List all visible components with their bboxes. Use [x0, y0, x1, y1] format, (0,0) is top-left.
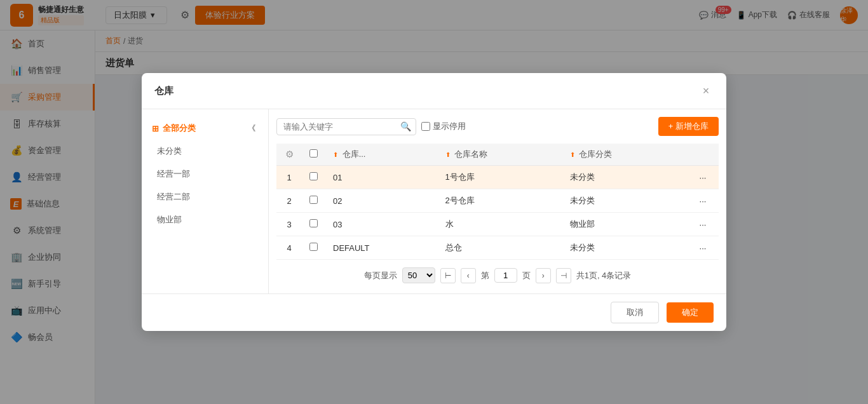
table-panel: 🔍 显示停用 + 新增仓库 ⚙ [269, 109, 726, 293]
prev-page-button[interactable]: ‹ [461, 268, 476, 283]
last-page-button[interactable]: ⊣ [556, 268, 571, 283]
first-page-button[interactable]: ⊢ [440, 268, 456, 283]
table-container: ⚙ ⬆ 仓库... ⬆ [276, 144, 719, 260]
row-name: 总仓 [438, 236, 562, 260]
sort-icon: ⬆ [333, 151, 338, 158]
row-index: 4 [276, 236, 302, 260]
row-more[interactable]: ··· [687, 189, 719, 213]
row-checkbox[interactable] [302, 236, 325, 260]
row-name: 2号仓库 [438, 189, 562, 213]
show-disabled-checkbox[interactable] [421, 122, 430, 131]
category-header: ⊞ 全部分类 《 [142, 117, 268, 140]
row-code: 02 [325, 189, 438, 213]
row-name: 水 [438, 213, 562, 236]
row-category: 未分类 [562, 189, 687, 213]
search-wrap: 🔍 [276, 118, 416, 135]
row-category: 未分类 [562, 166, 687, 189]
row-more[interactable]: ··· [687, 236, 719, 260]
category-item-property[interactable]: 物业部 [142, 208, 268, 231]
show-disabled-label: 显示停用 [421, 121, 466, 132]
modal-header: 仓库 × [142, 73, 726, 109]
row-checkbox[interactable] [302, 166, 325, 189]
pagination: 每页显示 50 20 100 ⊢ ‹ 第 页 › ⊣ 共1页, 4条记录 [276, 260, 719, 286]
search-input[interactable] [276, 118, 416, 135]
row-category: 物业部 [562, 213, 687, 236]
sort-cat-icon: ⬆ [570, 151, 575, 158]
col-warehouse-category: ⬆ 仓库分类 [562, 144, 687, 166]
row-name: 1号仓库 [438, 166, 562, 189]
grid-icon: ⊞ [152, 124, 159, 133]
table-toolbar: 🔍 显示停用 + 新增仓库 [276, 117, 719, 136]
col-warehouse-name: ⬆ 仓库名称 [438, 144, 562, 166]
col-actions [687, 144, 719, 166]
add-warehouse-button[interactable]: + 新增仓库 [658, 117, 719, 136]
category-item-unclassified[interactable]: 未分类 [142, 140, 268, 163]
col-warehouse-code: ⬆ 仓库... [325, 144, 438, 166]
table-row[interactable]: 2 02 2号仓库 未分类 ··· [276, 189, 719, 213]
row-index: 3 [276, 213, 302, 236]
category-item-dept2[interactable]: 经营二部 [142, 185, 268, 208]
row-index: 1 [276, 166, 302, 189]
row-code: DEFAULT [325, 236, 438, 260]
col-settings: ⚙ [276, 144, 302, 166]
confirm-button[interactable]: 确定 [667, 302, 714, 323]
row-more[interactable]: ··· [687, 166, 719, 189]
table-row[interactable]: 3 03 水 物业部 ··· [276, 213, 719, 236]
sort-name-icon: ⬆ [445, 151, 451, 158]
row-more[interactable]: ··· [687, 213, 719, 236]
cancel-button[interactable]: 取消 [611, 302, 659, 323]
row-category: 未分类 [562, 236, 687, 260]
modal-body: ⊞ 全部分类 《 未分类 经营一部 经营二部 物业部 [142, 109, 726, 293]
select-all-checkbox[interactable] [309, 149, 318, 158]
row-code: 03 [325, 213, 438, 236]
collapse-button[interactable]: 《 [245, 122, 258, 135]
modal-footer: 取消 确定 [142, 293, 726, 331]
row-index: 2 [276, 189, 302, 213]
per-page-select[interactable]: 50 20 100 [402, 267, 435, 283]
col-checkbox [302, 144, 325, 166]
warehouse-modal: 仓库 × ⊞ 全部分类 《 未分类 经营一部 [142, 73, 726, 331]
modal-title: 仓库 [154, 85, 173, 97]
next-page-button[interactable]: › [536, 268, 551, 283]
search-button[interactable]: 🔍 [400, 121, 411, 131]
close-button[interactable]: × [698, 83, 714, 98]
modal-overlay: 仓库 × ⊞ 全部分类 《 未分类 经营一部 [0, 0, 868, 404]
table-row[interactable]: 4 DEFAULT 总仓 未分类 ··· [276, 236, 719, 260]
warehouse-table: ⚙ ⬆ 仓库... ⬆ [276, 144, 719, 260]
table-row[interactable]: 1 01 1号仓库 未分类 ··· [276, 166, 719, 189]
row-code: 01 [325, 166, 438, 189]
all-categories-label[interactable]: 全部分类 [163, 123, 196, 134]
row-checkbox[interactable] [302, 189, 325, 213]
category-panel: ⊞ 全部分类 《 未分类 经营一部 经营二部 物业部 [142, 109, 269, 293]
category-item-dept1[interactable]: 经营一部 [142, 163, 268, 185]
settings-col-icon[interactable]: ⚙ [285, 149, 294, 159]
row-checkbox[interactable] [302, 213, 325, 236]
page-number-input[interactable] [494, 268, 517, 283]
